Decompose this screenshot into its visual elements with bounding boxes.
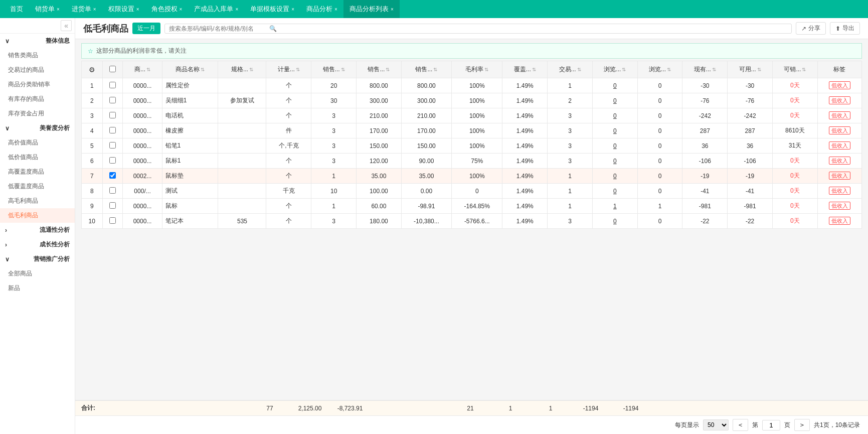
share-button[interactable]: ↗ 分享: [796, 22, 826, 35]
page-number-input[interactable]: [762, 420, 780, 430]
sidebar-item-traded-products[interactable]: 交易过的商品: [0, 63, 75, 77]
col-spec-sort[interactable]: ⇅: [249, 67, 253, 72]
nav-sales-close[interactable]: ×: [57, 7, 60, 12]
nav-sales[interactable]: 销货单 ×: [29, 0, 66, 18]
select-all-checkbox[interactable]: [109, 66, 116, 72]
row-views1[interactable]: 0: [592, 108, 637, 123]
col-name-sort[interactable]: ⇅: [201, 67, 205, 72]
col-spec[interactable]: 规格...⇅: [218, 61, 266, 78]
row-views1[interactable]: 0: [592, 123, 637, 138]
row-check[interactable]: [102, 123, 123, 138]
nav-home[interactable]: 首页: [4, 0, 29, 18]
next-page-button[interactable]: ＞: [794, 419, 810, 431]
nav-template-close[interactable]: ×: [291, 7, 294, 12]
row-checkbox[interactable]: [109, 127, 116, 133]
row-check[interactable]: [102, 108, 123, 123]
views1-link[interactable]: 0: [613, 188, 617, 195]
views1-link[interactable]: 1: [613, 203, 617, 210]
col-unit-sort[interactable]: ⇅: [296, 67, 300, 72]
col-views1-sort[interactable]: ⇅: [622, 67, 626, 72]
col-coverage[interactable]: 覆盖...⇅: [502, 61, 548, 78]
nav-list-close[interactable]: ×: [391, 7, 394, 12]
row-checkbox[interactable]: [109, 112, 116, 118]
sidebar-item-low-coverage[interactable]: 低覆盖度商品: [0, 179, 75, 194]
date-filter-button[interactable]: 近一月: [132, 23, 160, 34]
col-views1[interactable]: 浏览...⇅: [592, 61, 637, 78]
row-checkbox[interactable]: [109, 217, 116, 224]
sidebar-item-new-products[interactable]: 新品: [0, 281, 75, 296]
views1-link[interactable]: 0: [613, 173, 617, 180]
col-available-sort[interactable]: ⇅: [757, 67, 761, 72]
nav-purchase-close[interactable]: ×: [93, 7, 96, 12]
col-checkbox[interactable]: [102, 61, 123, 78]
prev-page-button[interactable]: ＜: [733, 419, 748, 431]
row-checkbox[interactable]: [109, 187, 116, 194]
col-available[interactable]: 可用...⇅: [728, 61, 773, 78]
row-views1[interactable]: 0: [592, 169, 637, 184]
row-views1[interactable]: 0: [592, 78, 637, 93]
col-saleable[interactable]: 可销...⇅: [773, 61, 818, 78]
col-current-stock-sort[interactable]: ⇅: [712, 67, 716, 72]
col-coverage-sort[interactable]: ⇅: [532, 67, 536, 72]
nav-roles-close[interactable]: ×: [180, 7, 183, 12]
views1-link[interactable]: 0: [613, 97, 617, 104]
row-check[interactable]: [102, 199, 123, 214]
row-views1[interactable]: 0: [592, 93, 637, 108]
views1-link[interactable]: 0: [613, 127, 617, 134]
row-check[interactable]: [102, 93, 123, 108]
row-checkbox[interactable]: [109, 82, 116, 88]
col-unit[interactable]: 计量...⇅: [266, 61, 311, 78]
row-checkbox[interactable]: [109, 157, 116, 164]
sidebar-collapse-btn[interactable]: «: [61, 20, 72, 31]
col-gross-margin-sort[interactable]: ⇅: [484, 67, 488, 72]
views1-link[interactable]: 0: [613, 142, 617, 150]
row-check[interactable]: [102, 214, 123, 229]
sidebar-section-flow-header[interactable]: › 流通性分析: [0, 223, 75, 237]
col-name[interactable]: 商品名称⇅: [162, 61, 218, 78]
sidebar-item-high-value[interactable]: 高价值商品: [0, 135, 75, 150]
row-check[interactable]: [102, 138, 123, 154]
col-transactions-sort[interactable]: ⇅: [577, 67, 581, 72]
row-checkbox[interactable]: [109, 97, 116, 103]
col-sales-qty-sort[interactable]: ⇅: [341, 67, 345, 72]
col-sales-profit-sort[interactable]: ⇅: [433, 67, 437, 72]
col-sales-qty[interactable]: 销售...⇅: [311, 61, 357, 78]
sidebar-item-low-value[interactable]: 低价值商品: [0, 150, 75, 165]
col-saleable-sort[interactable]: ⇅: [802, 67, 806, 72]
sidebar-item-stocked-products[interactable]: 有库存的商品: [0, 92, 75, 106]
sidebar-section-growth-header[interactable]: › 成长性分析: [0, 237, 75, 252]
search-icon[interactable]: 🔍: [269, 25, 277, 32]
sidebar-item-sales-products[interactable]: 销售类商品: [0, 48, 75, 63]
row-check[interactable]: [102, 184, 123, 199]
col-settings[interactable]: ⚙: [82, 61, 103, 78]
row-views1[interactable]: 0: [592, 184, 637, 199]
nav-product-entry[interactable]: 产成品入库单 ×: [188, 0, 244, 18]
nav-purchase[interactable]: 进货单 ×: [66, 0, 102, 18]
page-size-select[interactable]: 50 100 200: [703, 419, 729, 430]
sidebar-item-all-products[interactable]: 全部商品: [0, 266, 75, 281]
views1-link[interactable]: 0: [613, 218, 617, 225]
row-views1[interactable]: 0: [592, 154, 637, 169]
row-views1[interactable]: 0: [592, 214, 637, 229]
row-checkbox[interactable]: [109, 172, 116, 179]
col-current-stock[interactable]: 现有...⇅: [682, 61, 728, 78]
row-views1[interactable]: 0: [592, 138, 637, 154]
sidebar-item-inventory-funds[interactable]: 库存资金占用: [0, 106, 75, 121]
sidebar-section-general-header[interactable]: ∨ 整体信息: [0, 34, 75, 48]
views1-link[interactable]: 0: [613, 112, 617, 119]
nav-product-analysis-list[interactable]: 商品分析列表 ×: [343, 0, 400, 18]
col-sales-profit[interactable]: 销售...⇅: [401, 61, 451, 78]
col-gross-margin[interactable]: 毛利率⇅: [452, 61, 502, 78]
sidebar-section-marketing-header[interactable]: ∨ 营销推广分析: [0, 252, 75, 266]
nav-product-close[interactable]: ×: [235, 7, 238, 12]
col-code-sort[interactable]: ⇅: [146, 67, 150, 72]
nav-permissions[interactable]: 权限设置 ×: [102, 0, 145, 18]
nav-analysis-close[interactable]: ×: [334, 7, 337, 12]
row-checkbox[interactable]: [109, 142, 116, 149]
col-code[interactable]: 商...⇅: [123, 61, 162, 78]
views1-link[interactable]: 0: [613, 82, 617, 89]
nav-roles[interactable]: 角色授权 ×: [145, 0, 189, 18]
settings-icon[interactable]: ⚙: [89, 66, 95, 74]
col-transactions[interactable]: 交易...⇅: [548, 61, 593, 78]
col-sales-price-sort[interactable]: ⇅: [386, 67, 390, 72]
